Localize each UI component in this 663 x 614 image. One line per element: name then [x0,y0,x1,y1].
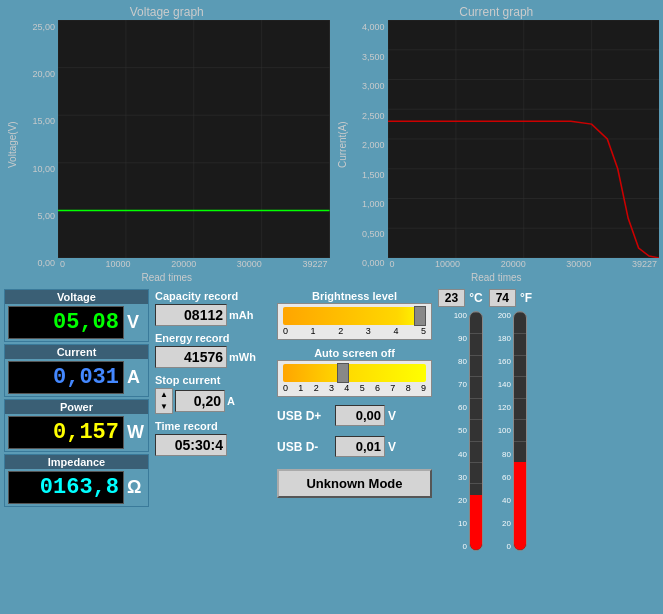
current-x-label: Read times [334,270,660,285]
voltage-y-label: Voltage(V) [4,20,20,270]
current-y-ticks: 4,000 3,500 3,000 2,500 2,000 1,500 1,00… [350,20,388,270]
stop-current-down[interactable]: ▼ [156,401,172,413]
graphs-area: Voltage graph Voltage(V) 25,00 20,00 15,… [0,0,663,285]
center-col: Brightness level 0 1 2 3 4 5 Auto screen… [277,289,432,610]
measurements-col: Voltage 05,08 V Current 0,031 A Power 0,… [4,289,149,610]
stop-current-up[interactable]: ▲ [156,389,172,401]
stop-current-input[interactable] [175,390,225,412]
current-graph-title: Current graph [334,4,660,20]
records-col: Capacity record mAh Energy record mWh St… [153,289,273,610]
energy-input[interactable] [155,346,227,368]
usb-dm-row: USB D- V [277,434,432,459]
time-block: Time record [153,419,273,457]
brightness-slider-track[interactable] [283,307,426,325]
usb-dp-unit: V [388,409,396,423]
energy-block: Energy record mWh [153,331,273,369]
voltage-value: 05,08 [8,306,124,339]
usb-dm-unit: V [388,440,396,454]
capacity-input[interactable] [155,304,227,326]
voltage-graph-canvas [58,20,330,258]
fahrenheit-value-box: 74 [489,289,516,307]
power-block: Power 0,157 W [4,399,149,452]
impedance-block: Impedance 0163,8 Ω [4,454,149,507]
power-value: 0,157 [8,416,124,449]
current-graph-canvas [388,20,660,258]
stop-current-label: Stop current [153,373,273,387]
autooff-slider-container: 0 1 2 3 4 5 6 7 8 9 [277,360,432,397]
current-graph-svg [388,20,660,258]
usb-dp-row: USB D+ V [277,403,432,428]
energy-label: Energy record [153,331,273,345]
impedance-unit: Ω [127,477,145,498]
current-unit: A [127,367,145,388]
usb-dm-label: USB D- [277,440,332,454]
fahrenheit-fill [514,462,526,550]
usb-dp-input[interactable] [335,405,385,426]
fahrenheit-thermometer: 200 180 160 140 120 100 80 60 40 20 0 [490,311,526,608]
celsius-thermometer: 100 90 80 70 60 50 40 30 20 10 0 [446,311,482,608]
fahrenheit-unit: °F [518,290,534,306]
capacity-unit: mAh [229,309,253,321]
current-block: Current 0,031 A [4,344,149,397]
thermometer-col: 23 °C 74 °F 100 90 80 70 60 50 [436,289,536,610]
temp-headers: 23 °C 74 °F [436,289,536,307]
time-label: Time record [153,419,273,433]
voltage-x-ticks: 0 10000 20000 30000 39227 [58,258,330,270]
voltage-unit: V [127,312,145,333]
autooff-slider-track[interactable] [283,364,426,382]
energy-unit: mWh [229,351,256,363]
voltage-graph-title: Voltage graph [4,4,330,20]
current-label: Current [5,345,148,359]
fahrenheit-tube [513,311,527,551]
brightness-slider-thumb[interactable] [414,306,426,326]
brightness-slider-container: 0 1 2 3 4 5 [277,303,432,340]
voltage-graph-svg [58,20,330,258]
thermometers-row: 100 90 80 70 60 50 40 30 20 10 0 [436,309,536,610]
voltage-x-label: Read times [4,270,330,285]
voltage-label: Voltage [5,290,148,304]
stop-current-spinner[interactable]: ▲ ▼ [155,388,173,414]
current-y-label: Current(A) [334,20,350,270]
capacity-label: Capacity record [153,289,273,303]
celsius-unit: °C [467,290,484,306]
voltage-y-ticks: 25,00 20,00 15,00 10,00 5,00 0,00 [20,20,58,270]
power-label: Power [5,400,148,414]
brightness-title: Brightness level [277,289,432,303]
usb-dm-input[interactable] [335,436,385,457]
celsius-fill [470,495,482,550]
usb-dp-label: USB D+ [277,409,332,423]
capacity-block: Capacity record mAh [153,289,273,327]
stop-current-unit: A [227,395,235,407]
brightness-block: Brightness level 0 1 2 3 4 5 [277,289,432,340]
stop-current-block: Stop current ▲ ▼ A [153,373,273,415]
celsius-tube [469,311,483,551]
power-unit: W [127,422,145,443]
celsius-value-box: 23 [438,289,465,307]
autooff-slider-thumb[interactable] [337,363,349,383]
impedance-value: 0163,8 [8,471,124,504]
time-input[interactable] [155,434,227,456]
current-x-ticks: 0 10000 20000 30000 39227 [388,258,660,270]
autooff-title: Auto screen off [277,346,432,360]
autooff-block: Auto screen off 0 1 2 3 4 5 6 7 8 9 [277,346,432,397]
unknown-mode-button[interactable]: Unknown Mode [277,469,432,498]
controls-area: Voltage 05,08 V Current 0,031 A Power 0,… [0,285,663,614]
current-value: 0,031 [8,361,124,394]
voltage-block: Voltage 05,08 V [4,289,149,342]
impedance-label: Impedance [5,455,148,469]
